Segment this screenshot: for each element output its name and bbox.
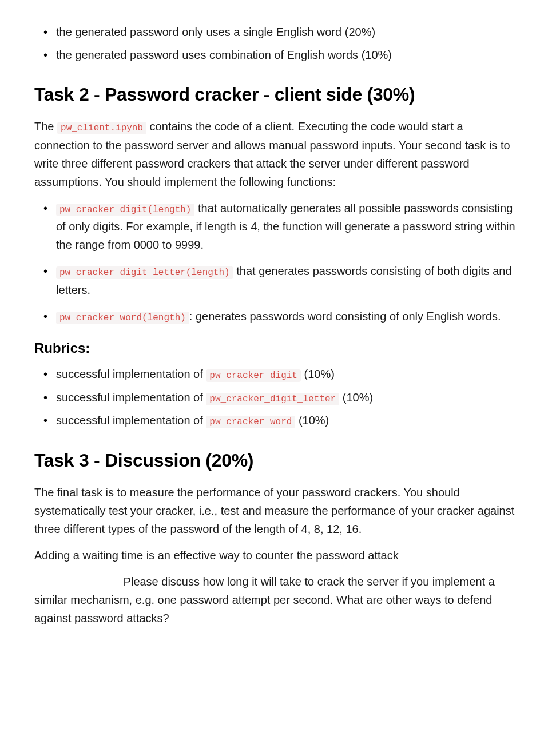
- text: (10%): [295, 414, 329, 427]
- inline-code: pw_cracker_word(length): [56, 312, 189, 324]
- task2-intro: The pw_client.ipynb contains the code of…: [34, 117, 522, 191]
- text: (10%): [339, 391, 373, 404]
- text: The: [34, 120, 57, 133]
- rubrics-heading: Rubrics:: [34, 337, 522, 359]
- inline-code: pw_cracker_digit: [206, 369, 301, 382]
- inline-code: pw_cracker_digit_letter(length): [56, 266, 233, 279]
- task2-function-list: pw_cracker_digit(length) that automatica…: [34, 199, 522, 326]
- list-item: successful implementation of pw_cracker_…: [34, 411, 522, 430]
- task3-heading: Task 3 - Discussion (20%): [34, 446, 522, 475]
- text: (10%): [301, 368, 335, 380]
- list-item: successful implementation of pw_cracker_…: [34, 365, 522, 384]
- list-item: the generated password only uses a singl…: [34, 23, 522, 41]
- task3-paragraph-3: Please discuss how long it will take to …: [34, 572, 522, 627]
- inline-code: pw_cracker_word: [206, 416, 295, 428]
- task3-paragraph-1: The final task is to measure the perform…: [34, 483, 522, 538]
- list-item-text: : generates passwords word consisting of…: [189, 310, 501, 323]
- inline-code: pw_cracker_digit(length): [56, 204, 194, 216]
- text: successful implementation of: [56, 414, 206, 427]
- list-item: pw_cracker_word(length): generates passw…: [34, 307, 522, 326]
- text: successful implementation of: [56, 368, 206, 380]
- inline-code: pw_cracker_digit_letter: [206, 393, 339, 405]
- rubrics-list: successful implementation of pw_cracker_…: [34, 365, 522, 430]
- inline-code: pw_client.ipynb: [57, 122, 146, 134]
- list-item: the generated password uses combination …: [34, 46, 522, 64]
- list-item: successful implementation of pw_cracker_…: [34, 388, 522, 407]
- list-item: pw_cracker_digit_letter(length) that gen…: [34, 262, 522, 299]
- list-item-text: the generated password uses combination …: [56, 49, 392, 61]
- top-bullet-list: the generated password only uses a singl…: [34, 23, 522, 64]
- list-item: pw_cracker_digit(length) that automatica…: [34, 199, 522, 254]
- indent: [34, 575, 124, 588]
- list-item-text: the generated password only uses a singl…: [56, 26, 375, 38]
- task3-paragraph-2: Adding a waiting time is an effective wa…: [34, 546, 522, 564]
- text: successful implementation of: [56, 391, 206, 404]
- task2-heading: Task 2 - Password cracker - client side …: [34, 80, 522, 109]
